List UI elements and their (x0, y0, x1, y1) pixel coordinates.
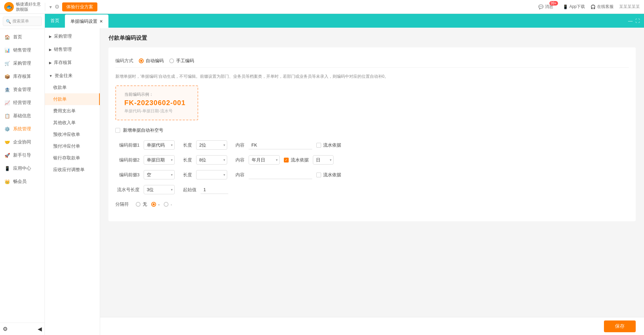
separator-row: 分隔符 无 - (115, 201, 629, 207)
prefix2-content-select[interactable]: 年月日 年月 年 (249, 155, 280, 165)
collab-icon: 🤝 (4, 139, 10, 145)
sub-nav-inventory-header[interactable]: ▶ 库存核算 (45, 57, 100, 68)
apps-icon: 📱 (4, 165, 10, 171)
prefix2-flow-unit-select[interactable]: 日 月 年 (313, 155, 334, 165)
sidebar-item-member[interactable]: 👑 畅会员 (0, 175, 45, 188)
industry-btn[interactable]: 体验行业方案 (62, 2, 97, 11)
auto-fill-row: 新增单据自动补空号 (115, 127, 629, 133)
sidebar-item-system[interactable]: ⚙️ 系统管理 (0, 122, 45, 136)
sidebar-item-sales[interactable]: 📊 销售管理 (0, 44, 45, 57)
sub-nav-sales-header[interactable]: ▶ 销售管理 (45, 44, 100, 55)
sep-dash[interactable]: - (151, 202, 160, 207)
settings-bottom-icon[interactable]: ⚙ (3, 326, 8, 332)
sub-nav-reconcile[interactable]: 应收应付调整单 (45, 164, 100, 176)
sub-nav-sales: ▶ 销售管理 (45, 44, 100, 55)
sep-none-radio (136, 202, 141, 207)
sub-nav-pre-collect[interactable]: 预收冲应收单 (45, 129, 100, 140)
topbar-left: 🐟 畅捷通好生意 旗舰版 ▾ ⚙ 体验行业方案 (4, 2, 97, 12)
logo-text: 畅捷通好生意 旗舰版 (16, 2, 41, 12)
finance-icon: 🏦 (4, 86, 10, 93)
sidebar-item-collab[interactable]: 🤝 企业协同 (0, 136, 45, 149)
search-icon: 🔍 (6, 19, 11, 24)
topbar: 🐟 畅捷通好生意 旗舰版 ▾ ⚙ 体验行业方案 💬 消息 99+ 📱 App下载… (0, 0, 644, 14)
sidebar-item-home[interactable]: 🏠 首页 (0, 30, 45, 44)
logo: 🐟 畅捷通好生意 旗舰版 (4, 2, 41, 12)
prefix3-select[interactable]: 空 单据代码 单据日期 (144, 170, 175, 179)
prefix1-select[interactable]: 单据代码 单据日期 空 (144, 140, 175, 150)
prefix2-content-wrapper: 年月日 年月 年 (249, 155, 280, 165)
sep-dot-radio (164, 202, 169, 207)
sub-nav-purchase: ▶ 采购管理 (45, 30, 100, 42)
collapse-icon[interactable]: ◀ (38, 326, 42, 332)
auto-fill-checkbox[interactable] (115, 128, 120, 133)
prefix3-row: 编码前缀3 空 单据代码 单据日期 长度 (115, 170, 629, 179)
sub-nav-payment[interactable]: 付款单 (45, 93, 100, 105)
sidebar-item-guide[interactable]: 🚀 新手引导 (0, 149, 45, 162)
sub-nav-receipt[interactable]: 收款单 (45, 82, 100, 93)
save-button[interactable]: 保存 (604, 320, 636, 332)
prefix3-content-input[interactable] (249, 171, 312, 179)
sub-sidebar: ▶ 采购管理 ▶ 销售管理 ▶ 库存核算 (45, 28, 100, 335)
sidebar-item-operations[interactable]: 📈 经营管理 (0, 96, 45, 109)
sidebar-item-inventory[interactable]: 📦 库存核算 (0, 70, 45, 83)
bottom-bar: 保存 (100, 317, 644, 335)
search-menu-btn[interactable]: 🔍 搜索菜单 (3, 17, 42, 26)
sep-none[interactable]: 无 (136, 201, 147, 207)
sub-nav-capital-header[interactable]: ▼ 资金往来 (45, 70, 100, 82)
message-btn[interactable]: 💬 消息 99+ (538, 4, 557, 10)
sub-nav-bank-deposit[interactable]: 银行存取款单 (45, 152, 100, 164)
chevron-down-icon: ▼ (49, 74, 52, 78)
sub-nav-pre-pay[interactable]: 预付冲应付单 (45, 140, 100, 152)
prefix2-select-wrapper: 单据日期 单据代码 空 (144, 155, 175, 165)
online-service-btn[interactable]: 🎧 在线客服 (590, 4, 614, 10)
sidebar-item-purchase[interactable]: 🛒 采购管理 (0, 57, 45, 70)
tab-code-setting[interactable]: 单据编码设置 ✕ (65, 15, 108, 28)
encoding-radio-group: 自动编码 手工编码 (139, 58, 194, 64)
app-download-btn[interactable]: 📱 App下载 (563, 4, 585, 10)
encoding-method-row: 编码方式 自动编码 手工编码 (115, 54, 629, 68)
sales-icon: 📊 (4, 47, 10, 53)
user-info[interactable]: 某某某某某 (619, 4, 640, 10)
prefix2-length-select[interactable]: 8位 6位 4位 (196, 155, 227, 165)
tab-bar: 首页 单据编码设置 ✕ — ⛶ (45, 14, 644, 28)
prefix3-length-select[interactable] (196, 170, 227, 179)
form-card: 编码方式 自动编码 手工编码 (108, 47, 636, 221)
chevron-right-icon: ▶ (49, 61, 52, 65)
prefix1-flow-checkbox[interactable] (316, 143, 321, 148)
radio-auto[interactable]: 自动编码 (139, 58, 164, 64)
sep-dash-radio (151, 202, 156, 207)
main-layout: 🔍 搜索菜单 🏠 首页 📊 销售管理 🛒 采购管理 📦 库存核算 🏦 (0, 14, 644, 335)
sub-nav-capital: ▼ 资金往来 收款单 付款单 费用支出单 其他收入单 预收冲应收单 预付冲应付单… (45, 70, 100, 176)
sidebar-item-finance[interactable]: 🏦 资金管理 (0, 83, 45, 96)
serial-start-input[interactable] (201, 186, 228, 194)
topbar-dropdown[interactable]: ▾ (49, 4, 52, 10)
sub-nav-purchase-header[interactable]: ▶ 采购管理 (45, 30, 100, 42)
guide-icon: 🚀 (4, 152, 10, 158)
sub-nav-expense[interactable]: 费用支出单 (45, 105, 100, 117)
purchase-icon: 🛒 (4, 60, 10, 66)
sidebar-item-base[interactable]: 📋 基础信息 (0, 109, 45, 122)
sub-nav-other-income[interactable]: 其他收入单 (45, 117, 100, 129)
tab-close-icon[interactable]: ✕ (99, 19, 103, 24)
chevron-right-icon: ▶ (49, 48, 52, 52)
sidebar-nav: 🏠 首页 📊 销售管理 🛒 采购管理 📦 库存核算 🏦 资金管理 📈 经 (0, 29, 45, 323)
preview-box: 当前编码示例： FK-20230602-001 单据代码-单据日期-流水号 (115, 85, 198, 120)
sidebar: 🔍 搜索菜单 🏠 首页 📊 销售管理 🛒 采购管理 📦 库存核算 🏦 (0, 14, 45, 335)
prefix1-row: 编码前缀1 单据代码 单据日期 空 长度 (115, 140, 629, 150)
prefix1-content-input[interactable] (249, 141, 312, 149)
settings-icon[interactable]: ⚙ (55, 3, 59, 10)
serial-length-select[interactable]: 3位 4位 5位 (144, 185, 175, 194)
prefix2-select[interactable]: 单据日期 单据代码 空 (144, 155, 175, 165)
radio-manual[interactable]: 手工编码 (169, 58, 194, 64)
tab-home[interactable]: 首页 (45, 14, 65, 28)
page-title: 付款单编码设置 (108, 35, 636, 42)
sep-dot[interactable]: · (164, 202, 172, 207)
tab-minimize-icon[interactable]: — (628, 18, 633, 24)
prefix3-flow-checkbox[interactable] (316, 173, 321, 177)
prefix1-length-select[interactable]: 2位 3位 4位 (196, 140, 227, 150)
radio-manual-circle (169, 58, 174, 63)
prefix2-flow-checkbox[interactable]: ✓ (284, 158, 289, 162)
tab-maximize-icon[interactable]: ⛶ (635, 18, 640, 24)
sidebar-item-apps[interactable]: 📱 应用中心 (0, 162, 45, 175)
prefix2-length-wrapper: 8位 6位 4位 (196, 155, 227, 165)
